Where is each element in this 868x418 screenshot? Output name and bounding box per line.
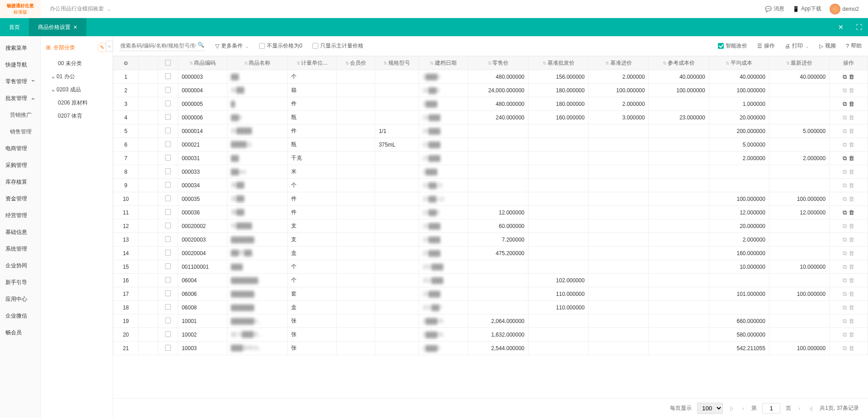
search-box[interactable]: 🔍 [119,41,205,51]
copy-icon[interactable]: ⧉ [843,128,847,134]
delete-icon[interactable]: 🗑 [849,141,854,148]
sidebar-business[interactable]: 经营管理 [0,207,40,224]
delete-icon[interactable]: 🗑 [849,263,854,270]
gear-icon[interactable]: ⚙ [123,60,128,66]
column-header[interactable]: 商品编码 [178,57,227,70]
copy-icon[interactable]: ⧉ [843,195,847,202]
delete-icon[interactable]: 🗑 [849,87,854,94]
category-all[interactable]: 全部分类 [53,44,75,52]
row-checkbox[interactable] [165,100,171,106]
copy-icon[interactable]: ⧉ [843,331,847,338]
row-checkbox[interactable] [165,318,171,323]
sidebar-retail[interactable]: 零售管理 [0,73,40,90]
copy-icon[interactable]: ⧉ [843,223,847,229]
delete-icon[interactable]: 🗑 [849,182,854,189]
tab-product-price[interactable]: 商品价格设置✕ [29,18,86,36]
table-row[interactable]: 7000031██千克20███2.0000002.000000⧉🗑 [113,152,868,165]
table-row[interactable]: 1706006██████..套20███110.000000101.00000… [113,287,868,301]
copy-icon[interactable]: ⧉ [843,318,847,324]
delete-icon[interactable]: 🗑 [849,168,854,175]
prev-page-button[interactable]: ‹ [741,405,746,412]
messages-link[interactable]: 💬消息 [765,5,784,13]
page-input[interactable] [762,403,780,413]
next-page-button[interactable]: › [797,405,802,412]
column-header[interactable]: 参考成本价 [649,57,709,70]
delete-icon[interactable]: 🗑 [849,318,854,324]
table-row[interactable]: 2110003███新特办..张2███52,544.000000542.211… [113,342,868,355]
column-header[interactable]: 基准批发价 [528,57,589,70]
category-item[interactable]: 01 办公 [44,70,109,83]
table-row[interactable]: 1806008██████盒202██7110.000000⧉🗑 [113,301,868,314]
table-row[interactable]: 1400020004██李██..盒20███475.200000160.000… [113,247,868,260]
delete-icon[interactable]: 🗑 [849,345,854,352]
copy-icon[interactable]: ⧉ [843,250,847,256]
video-button[interactable]: ▷视频 [819,42,836,50]
row-checkbox[interactable] [165,277,171,283]
delete-icon[interactable]: 🗑 [849,155,854,162]
category-item[interactable]: 00 未分类 [44,57,109,70]
sidebar-guide[interactable]: 新手引导 [0,274,40,291]
copy-icon[interactable]: ⧉ [843,263,847,270]
delete-icon[interactable]: 🗑 [849,114,854,121]
sidebar-ecommerce[interactable]: 电商管理 [0,140,40,157]
column-header[interactable] [158,57,178,70]
row-checkbox[interactable] [165,182,171,188]
category-item[interactable]: 0206 原材料 [44,96,109,109]
row-checkbox[interactable] [165,73,171,79]
copy-icon[interactable]: ⧉ [843,114,847,121]
delete-icon[interactable]: 🗑 [849,250,854,256]
page-size-select[interactable]: 100 [697,403,723,414]
hide-zero-checkbox[interactable]: 不显示价格为0 [259,42,302,50]
collapse-panel-icon[interactable]: « [106,41,113,52]
delete-icon[interactable]: 🗑 [849,331,854,338]
delete-icon[interactable]: 🗑 [849,290,854,297]
sidebar-inventory[interactable]: 库存核算 [0,174,40,190]
column-header[interactable]: 零售价 [468,57,528,70]
sidebar-search[interactable]: 搜索菜单 [0,40,40,57]
row-checkbox[interactable] [165,290,171,296]
copy-icon[interactable]: ⧉ [843,168,847,175]
print-menu[interactable]: 🖨打印⌄ [785,42,809,50]
search-input[interactable] [119,41,205,51]
row-checkbox[interactable] [165,114,171,120]
first-page-button[interactable]: |‹ [728,405,735,412]
table-row[interactable]: 1300020003██████..支20███7.2000002.000000… [113,233,868,247]
delete-icon[interactable]: 🗑 [849,236,854,243]
app-download-link[interactable]: 📱App下载 [793,5,821,13]
row-checkbox[interactable] [165,250,171,256]
tab-home[interactable]: 首页 [0,18,29,36]
delete-icon[interactable]: 🗑 [849,195,854,202]
copy-icon[interactable]: ⧉ [843,73,847,80]
sidebar-wholesale[interactable]: 批发管理 [0,90,40,107]
sidebar-basic[interactable]: 基础信息 [0,224,40,241]
row-checkbox[interactable] [165,128,171,133]
table-row[interactable]: 10000003██个2███0480.000000156.0000002.00… [113,70,868,84]
sidebar-collab[interactable]: 企业协同 [0,257,40,274]
column-header[interactable]: 最新进价 [769,57,829,70]
row-checkbox[interactable] [165,345,171,351]
copy-icon[interactable]: ⧉ [843,100,847,107]
search-icon[interactable]: 🔍 [198,42,204,48]
tenant-selector[interactable]: 办公用品行业模拟账套⌄ [41,5,120,13]
delete-icon[interactable]: 🗑 [849,304,854,311]
copy-icon[interactable]: ⧉ [843,304,847,311]
table-row[interactable]: 20000004收██箱20██824,000.000000180.000000… [113,84,868,97]
column-header[interactable]: 平均成本 [709,57,769,70]
row-checkbox[interactable] [165,263,171,269]
delete-icon[interactable]: 🗑 [849,277,854,284]
fullscreen-toggle[interactable]: ⛶ [850,18,868,36]
sidebar-system[interactable]: 系统管理 [0,241,40,257]
copy-icon[interactable]: ⧉ [843,277,847,284]
copy-icon[interactable]: ⧉ [843,345,847,352]
copy-icon[interactable]: ⧉ [843,182,847,189]
sidebar-wechat[interactable]: 企业微信 [0,308,40,324]
column-header[interactable]: 操作 [830,57,868,70]
table-row[interactable]: 1910001██████A..张2███052,064.000000660.0… [113,314,868,328]
copy-icon[interactable]: ⧉ [843,290,847,297]
table-row[interactable]: 8000033██est米2███⧉🗑 [113,165,868,179]
smart-price-button[interactable]: 智能改价 [718,42,747,50]
delete-icon[interactable]: 🗑 [849,128,854,134]
column-header[interactable]: 会员价 [337,57,375,70]
row-checkbox[interactable] [165,223,171,228]
table-row[interactable]: 10000035玻██件20██-13100.000000100.000000⧉… [113,192,868,206]
